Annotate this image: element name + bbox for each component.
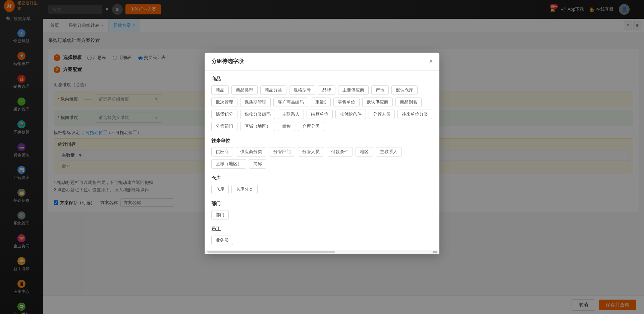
field-tag[interactable]: 重量3	[311, 98, 331, 107]
field-section-staff: 员工业务员	[211, 226, 433, 245]
field-tag[interactable]: 供应商	[211, 147, 233, 156]
field-tag[interactable]: 分管部门	[211, 122, 237, 131]
field-tag[interactable]: 商品别名	[395, 98, 422, 107]
section-title-partner: 往来单位	[211, 138, 433, 144]
field-selection-modal: 分组待选字段 × 商品商品商品类型商品分类规格型号品牌主要供应商产地默认仓库批次…	[205, 53, 439, 254]
scroll-right-arrow[interactable]: ▶	[435, 250, 438, 254]
field-tag[interactable]: 产地	[371, 85, 389, 95]
field-tag[interactable]: 结算单位	[307, 110, 333, 119]
field-tag[interactable]: 区域（地区）	[240, 122, 275, 131]
field-section-warehouse: 仓库仓库仓库分类	[211, 175, 433, 194]
field-tag[interactable]: 仓库分类	[298, 122, 324, 131]
field-tag[interactable]: 品牌	[318, 85, 335, 95]
scroll-arrows: ◀ ▶	[432, 250, 438, 254]
field-tag[interactable]: 规格型号	[289, 85, 315, 95]
field-tag[interactable]: 简称	[278, 122, 295, 131]
section-title-department: 部门	[211, 201, 433, 207]
section-title-warehouse: 仓库	[211, 175, 433, 181]
field-tag[interactable]: 地区	[356, 147, 373, 156]
field-section-department: 部门部门	[211, 201, 433, 219]
field-grid-warehouse: 仓库仓库分类	[211, 185, 433, 194]
field-grid-staff: 业务员	[211, 236, 433, 245]
field-section-product: 商品商品商品类型商品分类规格型号品牌主要供应商产地默认仓库批次管理保质期管理客户…	[211, 76, 433, 131]
field-tag[interactable]: 简称	[249, 159, 266, 169]
field-tag[interactable]: 部门	[211, 210, 229, 219]
field-tag[interactable]: 税收分类编码	[240, 110, 275, 119]
field-tag[interactable]: 批次管理	[211, 98, 237, 107]
field-tag[interactable]: 仓库分类	[231, 185, 258, 194]
field-tag[interactable]: 零售单位	[333, 98, 360, 107]
section-title-product: 商品	[211, 76, 433, 82]
modal-close-button[interactable]: ×	[429, 58, 433, 65]
modal-header: 分组待选字段 ×	[205, 53, 439, 71]
field-tag[interactable]: 默认供应商	[362, 98, 393, 107]
field-tag[interactable]: 默认仓库	[391, 85, 418, 95]
field-grid-partner: 供应商供应商分类分管部门分管人员付款条件地区主联系人区域（地区）简称	[211, 147, 433, 169]
horizontal-scrollbar[interactable]: ◀ ▶	[205, 250, 439, 254]
field-tag[interactable]: 仓库	[211, 185, 229, 194]
field-tag[interactable]: 商品	[211, 85, 229, 95]
field-tag[interactable]: 商品类型	[231, 85, 258, 95]
field-section-partner: 往来单位供应商供应商分类分管部门分管人员付款条件地区主联系人区域（地区）简称	[211, 138, 433, 169]
field-tag[interactable]: 付款条件	[327, 147, 353, 156]
field-tag[interactable]: 供应商分类	[236, 147, 266, 156]
field-tag[interactable]: 主要供应商	[338, 85, 369, 95]
field-grid-product: 商品商品类型商品分类规格型号品牌主要供应商产地默认仓库批次管理保质期管理客户商品…	[211, 85, 433, 131]
field-tag[interactable]: 主联系人	[278, 110, 304, 119]
scroll-left-arrow[interactable]: ◀	[432, 250, 435, 254]
modal-title: 分组待选字段	[211, 58, 244, 65]
field-tag[interactable]: 分管人员	[298, 147, 324, 156]
field-tag[interactable]: 保质期管理	[240, 98, 271, 107]
section-title-staff: 员工	[211, 226, 433, 232]
field-tag[interactable]: 往来单位分类	[397, 110, 432, 119]
field-tag[interactable]: 收付款条件	[335, 110, 366, 119]
field-tag[interactable]: 主联系人	[376, 147, 402, 156]
modal-body[interactable]: 商品商品商品类型商品分类规格型号品牌主要供应商产地默认仓库批次管理保质期管理客户…	[205, 71, 439, 250]
field-tag[interactable]: 客户商品编码	[273, 98, 308, 107]
field-tag[interactable]: 拣货积分	[211, 110, 237, 119]
field-tag[interactable]: 业务员	[211, 236, 233, 245]
field-grid-department: 部门	[211, 210, 433, 219]
field-tag[interactable]: 分管人员	[369, 110, 395, 119]
field-tag[interactable]: 商品分类	[260, 85, 286, 95]
field-tag[interactable]: 分管部门	[269, 147, 295, 156]
horizontal-scroll-thumb	[207, 251, 335, 253]
field-tag[interactable]: 区域（地区）	[211, 159, 246, 169]
